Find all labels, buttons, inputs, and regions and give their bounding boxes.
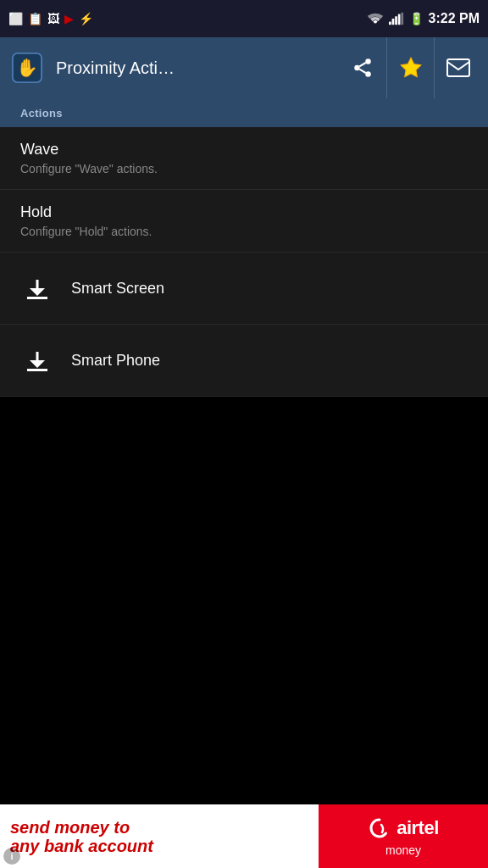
- smart-phone-title: Smart Phone: [71, 352, 160, 370]
- svg-line-10: [359, 70, 365, 73]
- ad-info-button[interactable]: i: [3, 848, 20, 865]
- svg-marker-18: [30, 360, 45, 368]
- main-content: Wave Configure "Wave" actions. Hold Conf…: [0, 127, 488, 397]
- svg-text:✋: ✋: [16, 57, 39, 79]
- svg-rect-1: [391, 19, 394, 25]
- svg-point-9: [365, 71, 371, 77]
- wave-title: Wave: [20, 141, 468, 159]
- section-header: Actions: [0, 98, 488, 127]
- app-bar: ✋ Proximity Acti…: [0, 37, 488, 98]
- app-bar-actions: [339, 37, 481, 98]
- ad-banner[interactable]: send money to any bank account airtel mo…: [0, 804, 488, 868]
- smart-phone-list-item[interactable]: Smart Phone: [0, 325, 488, 397]
- status-time: 3:22 PM: [429, 11, 480, 26]
- smart-screen-icon-container: [20, 271, 54, 305]
- svg-point-8: [354, 65, 360, 71]
- wifi-icon: [367, 12, 384, 25]
- hold-title: Hold: [20, 203, 468, 221]
- svg-rect-19: [27, 369, 47, 371]
- svg-point-7: [365, 58, 371, 64]
- proximity-icon: ✋: [11, 52, 43, 84]
- svg-line-11: [359, 63, 365, 66]
- ad-airtel-logo: airtel: [368, 816, 439, 840]
- download-icon-2: [22, 345, 53, 376]
- svg-rect-16: [27, 297, 47, 299]
- ad-info-label: i: [10, 851, 13, 861]
- message-icon: [446, 58, 470, 77]
- svg-marker-15: [30, 288, 45, 296]
- svg-marker-12: [401, 58, 420, 76]
- square-icon: ⬜: [8, 12, 23, 25]
- smart-screen-list-item[interactable]: Smart Screen: [0, 253, 488, 325]
- hold-subtitle: Configure "Hold" actions.: [20, 225, 468, 238]
- ad-brand-product: money: [385, 843, 421, 857]
- share-icon: [352, 57, 374, 79]
- ad-text-line2: any bank account: [10, 837, 308, 855]
- app-title: Proximity Acti…: [56, 58, 339, 78]
- signal-icon: [389, 12, 404, 25]
- ad-text-line1: send money to: [10, 818, 308, 837]
- star-icon: [399, 56, 423, 80]
- video-icon: ▶: [64, 12, 74, 25]
- ad-left-section: send money to any bank account: [0, 804, 319, 868]
- image-icon: 🖼: [47, 12, 59, 25]
- wave-subtitle: Configure "Wave" actions.: [20, 162, 468, 175]
- svg-rect-0: [389, 22, 391, 25]
- battery-icon: 🔋: [409, 12, 424, 25]
- app-icon: ✋: [7, 47, 47, 88]
- ad-brand-name: airtel: [396, 817, 439, 839]
- share-button[interactable]: [339, 37, 386, 98]
- message-button[interactable]: [434, 37, 481, 98]
- status-bar-right-icons: 🔋 3:22 PM: [367, 11, 480, 26]
- smart-screen-title: Smart Screen: [71, 280, 164, 298]
- hold-list-item[interactable]: Hold Configure "Hold" actions.: [0, 190, 488, 253]
- svg-rect-3: [397, 14, 400, 25]
- svg-rect-4: [401, 13, 403, 25]
- svg-rect-13: [447, 59, 469, 76]
- airtel-icon: [368, 816, 391, 840]
- status-bar-left-icons: ⬜ 📋 🖼 ▶ ⚡: [8, 12, 93, 25]
- status-bar: ⬜ 📋 🖼 ▶ ⚡ 🔋 3:22 PM: [0, 0, 488, 37]
- flash-icon: ⚡: [79, 12, 93, 25]
- ad-right-section: airtel money: [319, 804, 488, 868]
- clipboard-icon: 📋: [28, 12, 42, 25]
- svg-rect-2: [395, 16, 397, 25]
- download-icon: [22, 273, 53, 303]
- wave-list-item[interactable]: Wave Configure "Wave" actions.: [0, 127, 488, 190]
- smart-phone-icon-container: [20, 343, 54, 377]
- section-header-text: Actions: [20, 107, 63, 120]
- favorite-button[interactable]: [386, 37, 434, 98]
